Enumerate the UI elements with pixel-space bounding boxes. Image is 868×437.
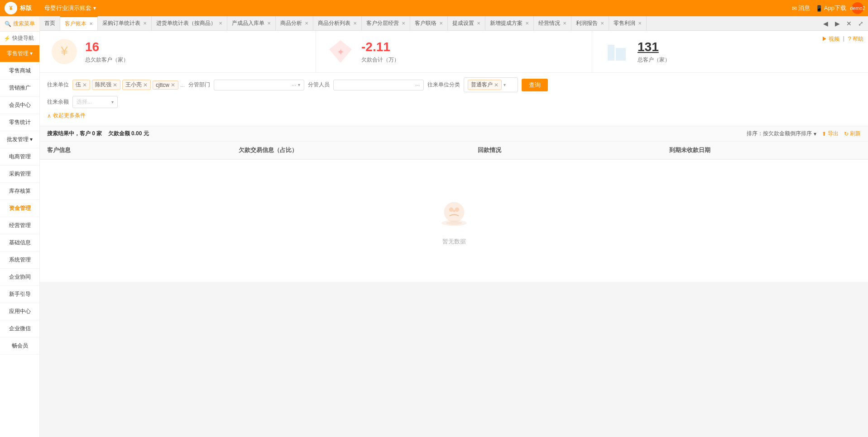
retail-stats-label: 零售统计: [9, 119, 31, 125]
stat1-info: 16 总欠款客户（家）: [85, 39, 305, 64]
collapse-label: 收起更多条件: [53, 112, 86, 119]
tab-product-analysis-list-close[interactable]: ✕: [353, 21, 357, 26]
sidebar-item-basic-info[interactable]: 基础信息: [0, 234, 39, 252]
sidebar-item-guide[interactable]: 新手引导: [0, 286, 39, 303]
tab-product-inbound[interactable]: 产成品入库单 ✕: [227, 16, 276, 31]
sidebar-item-inventory[interactable]: 库存核算: [0, 183, 39, 200]
tab-customer-ledger-close[interactable]: ✕: [89, 21, 93, 26]
sidebar-item-retail-mall[interactable]: 零售商城: [0, 62, 39, 80]
operations-label: 经营管理: [9, 222, 31, 228]
tab-expand[interactable]: ⤢: [855, 18, 866, 29]
tab-new-plan-close[interactable]: ✕: [525, 21, 529, 26]
tab-profit-close[interactable]: ✕: [600, 21, 604, 26]
sidebar-item-capital[interactable]: 资金管理: [0, 200, 39, 217]
tab-close-all[interactable]: ✕: [844, 18, 854, 29]
tab-bar: 首页 客户账本 ✕ 采购订单统计表 ✕ 进货单统计表（按商品） ✕ 产成品入库单…: [40, 16, 868, 31]
export-button[interactable]: ⬆ 导出: [822, 130, 839, 138]
retail-mall-label: 零售商城: [9, 67, 31, 74]
filter-tags-unit: 伍 ✕ 陈民强 ✕ 王小亮 ✕: [72, 80, 185, 90]
sidebar-item-retail-mgmt[interactable]: 零售管理 ▾: [0, 45, 39, 62]
video-button[interactable]: ▶ 视频: [822, 35, 839, 43]
refresh-label: 刷新: [850, 130, 861, 138]
tab-product-inbound-close[interactable]: ✕: [267, 21, 271, 26]
amount-unit: 元: [144, 130, 149, 137]
tab-inbound-close[interactable]: ✕: [219, 21, 222, 26]
tab-product-inbound-label: 产成品入库单: [232, 19, 264, 27]
tab-commission-settings-label: 提成设置: [452, 19, 474, 27]
help-button[interactable]: ? 帮助: [848, 35, 863, 43]
tab-retail-profit[interactable]: 零售利润 ✕: [609, 16, 647, 31]
person-select[interactable]: ···: [333, 80, 424, 90]
sidebar-item-corp-wechat[interactable]: 企业微信: [0, 320, 39, 337]
tab-product-analysis-close[interactable]: ✕: [305, 21, 308, 26]
tab-new-plan[interactable]: 新增提成方案 ✕: [485, 16, 534, 31]
svg-rect-4: [608, 45, 614, 61]
tab-purchase-order-stats[interactable]: 采购订单统计表 ✕: [98, 16, 152, 31]
svg-point-8: [449, 208, 453, 212]
tab-retail-profit-label: 零售利润: [614, 19, 635, 27]
stat2-label: 欠款合计（万）: [361, 56, 581, 64]
workspace-dropdown-icon[interactable]: ▾: [93, 5, 96, 11]
dept-select[interactable]: ··· ▾: [214, 80, 304, 90]
dept-label: 分管部门: [188, 81, 210, 89]
collapse-up-icon: ∧: [47, 113, 51, 119]
filter-more-tags-btn[interactable]: ...: [180, 82, 185, 88]
sidebar-item-marketing[interactable]: 营销推广: [0, 80, 39, 97]
tab-scroll-right[interactable]: ▶: [832, 18, 843, 29]
sidebar-item-enterprise[interactable]: 企业协同: [0, 269, 39, 286]
app-download-button[interactable]: 📱 App下载: [815, 4, 846, 12]
dept-ellipsis[interactable]: ···: [292, 82, 296, 88]
tab-inbound-stats[interactable]: 进货单统计表（按商品） ✕: [152, 16, 227, 31]
tab-home[interactable]: 首页: [40, 16, 60, 31]
sidebar-item-wholesale[interactable]: 批发管理 ▾: [0, 131, 39, 148]
tab-scroll-left[interactable]: ◀: [820, 18, 831, 29]
balance-select[interactable]: 选择... ▾: [72, 96, 118, 108]
tab-segment-close[interactable]: ✕: [402, 21, 405, 26]
category-tag-close[interactable]: ✕: [494, 82, 499, 88]
sidebar-item-sys-mgmt[interactable]: 系统管理: [0, 252, 39, 269]
stat-card-customers: ¥ 16 总欠款客户（家）: [40, 31, 316, 72]
sidebar-item-member-center[interactable]: 会员中心: [0, 97, 39, 114]
filter-tag-wang-close[interactable]: ✕: [143, 82, 148, 88]
tab-business-close[interactable]: ✕: [563, 21, 566, 26]
tab-product-analysis[interactable]: 商品分析 ✕: [276, 16, 313, 31]
tab-customer-ledger[interactable]: 客户账本 ✕: [60, 16, 98, 31]
tab-product-analysis-list[interactable]: 商品分析列表 ✕: [313, 16, 362, 31]
tab-customer-contact[interactable]: 客户联络 ✕: [410, 16, 448, 31]
query-button[interactable]: 查询: [522, 79, 548, 91]
sort-selector[interactable]: 排序：按欠款金额倒序排序 ▾: [747, 130, 816, 138]
stat3-label: 总客户（家）: [638, 56, 857, 64]
tab-commission-settings[interactable]: 提成设置 ✕: [448, 16, 485, 31]
sidebar-search[interactable]: 🔍 搜索菜单: [0, 16, 39, 32]
tab-contact-close[interactable]: ✕: [439, 21, 443, 26]
unit-category-select[interactable]: 普通客户 ✕ ▾: [464, 77, 518, 92]
balance-label: 往来余额: [47, 98, 69, 106]
sidebar-quick-nav[interactable]: ⚡ 快捷导航: [0, 32, 39, 45]
filter-tag-chen: 陈民强 ✕: [92, 80, 120, 90]
message-button[interactable]: ✉ 消息: [792, 4, 810, 12]
workspace-selector[interactable]: 母婴行业演示账套 ▾: [44, 4, 792, 12]
tab-commission-close[interactable]: ✕: [477, 21, 480, 26]
filter-tag-chen-close[interactable]: ✕: [113, 82, 117, 88]
avatar[interactable]: demo2: [852, 2, 863, 14]
sidebar-item-operations[interactable]: 经营管理: [0, 217, 39, 234]
sidebar-item-ecommerce[interactable]: 电商管理: [0, 148, 39, 166]
sidebar: 🔍 搜索菜单 ⚡ 快捷导航 零售管理 ▾ 零售商城 营销推广 会员中心 零售统计: [0, 16, 40, 437]
tab-retail-profit-close[interactable]: ✕: [638, 21, 642, 26]
tab-customer-segment[interactable]: 客户分层经营 ✕: [362, 16, 410, 31]
tab-purchase-close[interactable]: ✕: [143, 21, 147, 26]
unit-label: 往来单位: [47, 81, 69, 89]
sidebar-item-app-center[interactable]: 应用中心: [0, 303, 39, 320]
collapse-button[interactable]: ∧ 收起更多条件: [47, 112, 861, 119]
sidebar-item-purchase[interactable]: 采购管理: [0, 166, 39, 183]
empty-state-icon: [436, 196, 472, 232]
sidebar-item-vip-member[interactable]: 畅会员: [0, 337, 39, 355]
tab-profit-report[interactable]: 利润报告 ✕: [571, 16, 609, 31]
filter-tag-wu: 伍 ✕: [72, 80, 90, 90]
person-ellipsis[interactable]: ···: [415, 82, 420, 88]
filter-tag-cjttcw-close[interactable]: ✕: [171, 82, 175, 88]
sidebar-item-retail-stats[interactable]: 零售统计: [0, 114, 39, 131]
refresh-button[interactable]: ↻ 刷新: [844, 130, 861, 138]
tab-business-status[interactable]: 经营情况 ✕: [534, 16, 571, 31]
filter-tag-wu-close[interactable]: ✕: [82, 82, 87, 88]
